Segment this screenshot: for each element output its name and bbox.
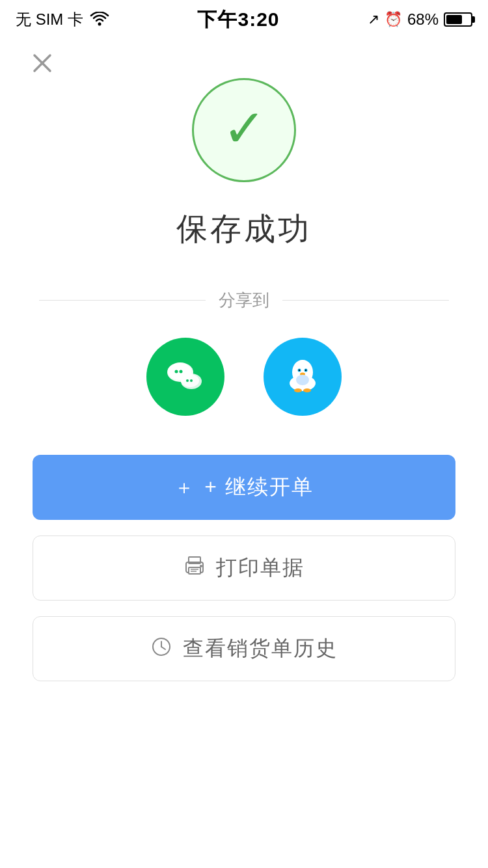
svg-point-20 bbox=[305, 370, 306, 371]
share-divider: 分享到 bbox=[0, 289, 488, 312]
svg-point-0 bbox=[98, 23, 102, 26]
continue-label: + 继续开单 bbox=[204, 473, 314, 502]
status-right: ↗ ⏰ 68% bbox=[368, 10, 472, 29]
no-sim-label: 无 SIM 卡 bbox=[16, 9, 83, 30]
main-content: ✓ 保存成功 分享到 bbox=[0, 39, 488, 681]
status-left: 无 SIM 卡 bbox=[16, 9, 109, 30]
wifi-icon bbox=[90, 12, 109, 27]
continue-button[interactable]: ＋ + 继续开单 bbox=[33, 455, 455, 520]
print-button[interactable]: 打印单据 bbox=[33, 536, 455, 601]
wechat-icon bbox=[163, 354, 208, 400]
svg-point-19 bbox=[299, 370, 300, 371]
print-label: 打印单据 bbox=[216, 554, 305, 582]
history-label: 查看销货单历史 bbox=[183, 634, 338, 663]
success-icon-circle: ✓ bbox=[192, 78, 296, 182]
svg-line-33 bbox=[161, 647, 165, 649]
close-button[interactable] bbox=[26, 47, 59, 79]
status-time: 下午3:20 bbox=[197, 7, 279, 33]
share-icons-container bbox=[146, 338, 342, 416]
share-section: 分享到 bbox=[0, 289, 488, 416]
checkmark-icon: ✓ bbox=[223, 103, 266, 155]
success-title: 保存成功 bbox=[176, 208, 312, 250]
svg-point-14 bbox=[190, 379, 193, 382]
close-icon bbox=[31, 51, 54, 75]
svg-point-23 bbox=[303, 388, 311, 392]
status-bar: 无 SIM 卡 下午3:20 ↗ ⏰ 68% bbox=[0, 0, 488, 39]
svg-rect-27 bbox=[189, 567, 200, 574]
battery-icon bbox=[444, 12, 472, 27]
svg-point-13 bbox=[186, 379, 189, 382]
battery-percent: 68% bbox=[407, 10, 439, 29]
history-button[interactable]: 查看销货单历史 bbox=[33, 616, 455, 681]
gps-icon: ↗ bbox=[368, 11, 379, 28]
divider-left bbox=[39, 300, 206, 301]
svg-point-11 bbox=[180, 370, 183, 373]
qq-share-button[interactable] bbox=[264, 338, 342, 416]
wechat-share-button[interactable] bbox=[146, 338, 224, 416]
divider-right bbox=[282, 300, 449, 301]
svg-point-22 bbox=[294, 388, 302, 392]
svg-point-30 bbox=[200, 565, 202, 567]
alarm-icon: ⏰ bbox=[385, 11, 402, 28]
share-label: 分享到 bbox=[206, 289, 282, 312]
history-icon bbox=[150, 636, 172, 662]
qq-icon bbox=[280, 354, 325, 400]
svg-point-24 bbox=[296, 375, 309, 385]
plus-icon: ＋ bbox=[174, 474, 194, 501]
svg-point-10 bbox=[175, 370, 178, 373]
print-icon bbox=[183, 556, 206, 581]
action-buttons: ＋ + 继续开单 打印单据 bbox=[0, 455, 488, 681]
